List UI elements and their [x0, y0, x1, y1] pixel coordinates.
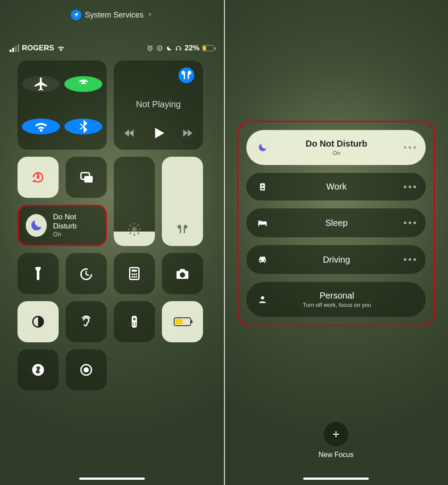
volume-slider[interactable] [162, 157, 203, 246]
svg-point-5 [132, 227, 137, 232]
cell-signal-icon [10, 44, 19, 52]
shazam-button[interactable] [18, 349, 59, 390]
focus-mode-label: Driving [279, 255, 394, 265]
svg-point-18 [133, 323, 134, 324]
bed-icon [256, 217, 269, 228]
svg-point-24 [84, 367, 89, 373]
home-indicator[interactable] [303, 478, 369, 480]
control-center-grid: Not Playing [0, 53, 224, 390]
connectivity-tile[interactable] [18, 60, 107, 150]
more-icon[interactable] [404, 221, 416, 224]
focus-mode-driving[interactable]: Driving [246, 245, 426, 274]
screen-mirroring-button[interactable] [66, 157, 107, 198]
timer-button[interactable] [66, 253, 107, 294]
chevron-right-icon [147, 11, 153, 20]
new-focus-button[interactable]: New Focus [224, 422, 448, 485]
new-focus-label: New Focus [224, 451, 448, 459]
svg-point-17 [133, 318, 136, 320]
brightness-slider[interactable] [114, 157, 155, 246]
media-title: Not Playing [136, 99, 181, 109]
svg-rect-4 [84, 176, 93, 183]
more-icon[interactable] [404, 258, 416, 261]
moon-icon [256, 142, 269, 153]
svg-rect-25 [260, 183, 265, 190]
cellular-data-toggle[interactable] [64, 76, 102, 92]
more-icon[interactable] [404, 146, 416, 149]
screen-record-button[interactable] [66, 349, 107, 390]
brightness-icon [126, 221, 142, 239]
orientation-lock-toggle[interactable] [18, 157, 59, 198]
home-indicator[interactable] [79, 478, 145, 480]
svg-point-12 [132, 276, 133, 278]
next-track-button[interactable] [181, 127, 193, 141]
focus-tile-subtitle: On [53, 231, 98, 238]
play-button[interactable] [150, 125, 166, 143]
focus-mode-label: Do Not Disturb [279, 139, 394, 149]
focus-tile-title: Do Not Disturb [53, 213, 98, 231]
dark-mode-toggle[interactable] [18, 301, 59, 342]
flashlight-button[interactable] [18, 253, 59, 294]
focus-mode-label: Personal [279, 291, 395, 301]
focus-mode-sublabel: On [279, 150, 394, 156]
plus-icon [324, 422, 348, 446]
screenshot-divider [224, 0, 225, 485]
headphones-icon [175, 45, 182, 52]
airpods-icon [175, 221, 190, 239]
status-bar: ROGERS 22% [0, 25, 224, 53]
svg-point-20 [133, 324, 134, 326]
svg-point-27 [261, 296, 264, 299]
focus-mode-personal[interactable]: PersonalTurn off work, focus on you [246, 282, 426, 317]
alarm-icon [147, 45, 154, 52]
location-icon [71, 10, 81, 20]
focus-mode-sublabel: Turn off work, focus on you [279, 302, 395, 308]
svg-point-14 [136, 276, 137, 278]
focus-mode-work[interactable]: Work [246, 173, 426, 200]
moon-icon [26, 214, 47, 237]
airplane-mode-toggle[interactable] [22, 76, 60, 92]
car-icon [256, 254, 269, 265]
breadcrumb[interactable]: System Services [0, 10, 224, 20]
wifi-toggle[interactable] [22, 119, 60, 134]
calculator-button[interactable] [114, 253, 155, 294]
svg-point-13 [133, 276, 135, 278]
prev-track-button[interactable] [123, 127, 136, 141]
control-center-screen: System Services ROGERS 22% [0, 0, 224, 485]
airpods-output-icon[interactable] [178, 67, 194, 83]
focus-tile[interactable]: Do Not Disturb On [18, 205, 107, 246]
battery-pct: 22% [185, 44, 200, 53]
person-icon [256, 295, 269, 304]
svg-point-26 [262, 185, 263, 186]
svg-point-11 [136, 274, 137, 275]
svg-rect-2 [37, 176, 39, 179]
more-icon[interactable] [404, 186, 416, 188]
svg-rect-16 [132, 316, 137, 328]
apple-tv-remote-button[interactable] [114, 301, 155, 342]
focus-modes-panel: Do Not DisturbOn Work Sleep Driving Pers… [237, 121, 435, 326]
focus-mode-label: Sleep [279, 218, 394, 228]
battery-icon [202, 45, 214, 51]
carrier-label: ROGERS [22, 44, 54, 53]
breadcrumb-label: System Services [85, 11, 144, 20]
hearing-button[interactable] [66, 301, 107, 342]
focus-modes-screen: Do Not DisturbOn Work Sleep Driving Pers… [224, 0, 448, 485]
moon-icon [166, 45, 172, 52]
wifi-icon [57, 44, 65, 53]
bluetooth-toggle[interactable] [64, 119, 102, 134]
svg-point-10 [133, 274, 135, 275]
focus-mode-label: Work [279, 182, 394, 192]
svg-point-19 [135, 323, 136, 324]
focus-mode-do-not-disturb[interactable]: Do Not DisturbOn [246, 130, 426, 165]
focus-mode-sleep[interactable]: Sleep [246, 208, 426, 237]
low-power-mode-toggle[interactable] [162, 301, 203, 342]
svg-point-9 [132, 274, 133, 275]
camera-button[interactable] [162, 253, 203, 294]
orientation-lock-icon [156, 45, 163, 52]
svg-rect-8 [132, 270, 137, 272]
media-tile[interactable]: Not Playing [114, 60, 203, 150]
badge-icon [256, 182, 269, 192]
svg-point-21 [135, 324, 136, 326]
